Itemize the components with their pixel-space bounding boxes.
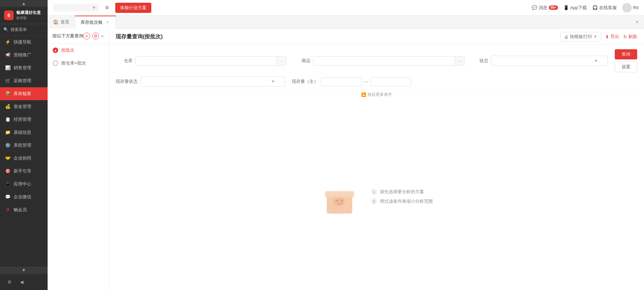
sidebar-item-app-center[interactable]: 📱 应用中心 xyxy=(0,178,48,191)
sidebar-item-sales[interactable]: 📊 销售管理 xyxy=(0,61,48,74)
sidebar-header: 6 畅康通好生意 标准版 xyxy=(0,7,48,24)
warehouse-more-btn[interactable]: ··· xyxy=(277,57,286,65)
status-field: 状态 ▼ xyxy=(471,56,608,66)
tab-inventory-batch[interactable]: 库存批次账 × xyxy=(75,16,116,29)
company-name: 畅康通好生意 xyxy=(16,10,41,16)
hint-number-1: 1 xyxy=(371,189,377,195)
status-arrow-icon: ▼ xyxy=(594,58,598,63)
user-profile[interactable]: Rit xyxy=(622,3,639,13)
sidebar-item-inventory[interactable]: 📦 库存核算 xyxy=(0,87,48,100)
topbar-right: 💬 消息 99+ 📱 App下载 🎧 在线客服 Rit xyxy=(532,3,639,13)
filter-panel: 按以下方案查询 + ⚙ « ● 按批次 按仓库+批次 xyxy=(48,29,109,290)
export-icon: ⬆ xyxy=(605,34,609,39)
filter-settings-btn[interactable]: ⚙ xyxy=(92,33,99,39)
new-guide-icon: 🎯 xyxy=(5,168,11,174)
service-icon: 🎧 xyxy=(592,5,598,10)
refresh-icon: ↻ xyxy=(623,34,627,39)
sidebar-scroll-down[interactable]: ▼ xyxy=(0,267,48,273)
topbar-search-input[interactable] xyxy=(56,5,90,10)
collapse-more-label: 收起更多条件 xyxy=(368,92,392,97)
filter-add-btn[interactable]: + xyxy=(83,33,90,39)
sidebar-search[interactable]: 🔍 搜索菜单 xyxy=(0,24,48,36)
empty-hint-1: 1 请先选择要分析的方案 xyxy=(371,189,433,195)
print-dropdown-icon[interactable]: ▼ xyxy=(593,34,597,39)
online-service-btn[interactable]: 🎧 在线客服 xyxy=(592,5,617,11)
stock-amount-label: 现存量（主） xyxy=(292,78,318,85)
tab-active-label: 库存批次账 xyxy=(81,19,103,25)
sidebar-item-enterprise[interactable]: 🤝 企业协同 xyxy=(0,152,48,165)
sidebar-scroll-up[interactable]: ▲ xyxy=(0,0,48,7)
empty-hints: 1 请先选择要分析的方案 2 用过滤条件来缩小分析范围 xyxy=(371,189,433,204)
enterprise-icon: 🤝 xyxy=(5,155,11,161)
product-more-btn[interactable]: ··· xyxy=(455,57,464,65)
sidebar: ▲ 6 畅康通好生意 标准版 🔍 搜索菜单 ⚡ 快捷导航 📢 营销推广 📊 销售… xyxy=(0,0,48,290)
user-name: Rit xyxy=(633,5,639,10)
settings-btn[interactable]: 设置 xyxy=(615,61,637,72)
product-input[interactable] xyxy=(313,57,455,65)
sidebar-item-enterprise-wechat[interactable]: 💬 企业微信 xyxy=(0,191,48,203)
export-btn[interactable]: ⬆ 导出 xyxy=(605,34,619,40)
warehouse-label: 仓库 xyxy=(116,58,133,64)
tab-bar-close-btn[interactable]: × xyxy=(633,18,641,26)
page-content: 按以下方案查询 + ⚙ « ● 按批次 按仓库+批次 xyxy=(48,29,644,290)
filter-item-by-warehouse-batch-label: 按仓库+批次 xyxy=(61,60,86,66)
sidebar-item-system[interactable]: ⚙️ 系统管理 xyxy=(0,139,48,152)
app-center-icon: 📱 xyxy=(5,181,11,187)
filter-item-by-batch-label: 按批次 xyxy=(61,47,74,53)
topbar-input-group: ▼ xyxy=(53,4,99,12)
settings-footer-btn[interactable]: ⚙ xyxy=(5,277,14,287)
filter-header-actions: + ⚙ « xyxy=(83,33,104,39)
warehouse-field: 仓库 ··· xyxy=(116,56,287,66)
stock-status-arrow-icon: ▼ xyxy=(271,79,275,84)
query-btn[interactable]: 查询 xyxy=(615,49,637,59)
status-select[interactable]: ▼ xyxy=(491,56,608,66)
sidebar-item-operations[interactable]: 📋 经营管理 xyxy=(0,113,48,126)
sidebar-item-quick-nav[interactable]: ⚡ 快捷导航 xyxy=(0,36,48,49)
svg-point-3 xyxy=(336,200,338,202)
page-header-actions: 🖨 按模板打印 ▼ ⬆ 导出 ↻ 刷新 xyxy=(560,32,637,41)
page-title: 现存量查询(按批次) xyxy=(116,33,163,40)
sidebar-item-purchase[interactable]: 🛒 采购管理 xyxy=(0,74,48,87)
filter-item-by-batch[interactable]: ● 按批次 xyxy=(48,44,108,57)
topbar-gear-btn[interactable]: ⚙ xyxy=(102,3,112,13)
messages-btn[interactable]: 💬 消息 99+ xyxy=(532,5,558,11)
messages-label: 消息 xyxy=(539,5,547,11)
refresh-btn[interactable]: ↻ 刷新 xyxy=(623,34,637,40)
marketing-label: 营销推广 xyxy=(14,52,31,58)
experience-btn[interactable]: 体验行业方案 xyxy=(115,3,151,13)
warehouse-input[interactable] xyxy=(136,57,277,65)
collapse-sidebar-btn[interactable]: ◀ xyxy=(17,277,27,287)
operations-icon: 📋 xyxy=(5,116,11,123)
app-download-btn[interactable]: 📱 App下载 xyxy=(563,5,587,11)
status-select-wrapper: ▼ xyxy=(491,56,608,66)
empty-state: 1 请先选择要分析的方案 2 用过滤条件来缩小分析范围 xyxy=(109,103,644,290)
search-icon: 🔍 xyxy=(3,27,9,32)
tab-close-btn[interactable]: × xyxy=(105,20,110,25)
stock-amount-from[interactable] xyxy=(321,77,362,86)
sidebar-item-vip[interactable]: V 畅会员 xyxy=(0,203,48,216)
hint-number-2: 2 xyxy=(371,198,377,204)
vip-label: 畅会员 xyxy=(14,207,27,213)
topbar-dropdown-icon[interactable]: ▼ xyxy=(92,5,96,10)
avatar xyxy=(622,3,632,13)
tab-home[interactable]: 🏠 首页 xyxy=(48,16,75,29)
print-btn[interactable]: 🖨 按模板打印 ▼ xyxy=(560,32,601,41)
sidebar-item-marketing[interactable]: 📢 营销推广 xyxy=(0,49,48,61)
stock-amount-range: — xyxy=(321,77,411,86)
collapse-more-btn[interactable]: 🔼 收起更多条件 xyxy=(116,89,637,99)
enterprise-label: 企业协同 xyxy=(14,155,31,161)
sidebar-item-finance[interactable]: 💰 资金管理 xyxy=(0,100,48,113)
filter-item-by-warehouse-batch[interactable]: 按仓库+批次 xyxy=(48,57,108,70)
search-row-2: 现存量状态 ▼ 现存量（主） — xyxy=(116,76,637,87)
message-icon: 💬 xyxy=(532,5,537,10)
sidebar-item-new-guide[interactable]: 🎯 新手引导 xyxy=(0,165,48,178)
filter-collapse-btn[interactable]: « xyxy=(101,33,104,39)
sidebar-item-basic-info[interactable]: 📁 基础信息 xyxy=(0,126,48,139)
vip-icon: V xyxy=(5,207,11,213)
stock-amount-to[interactable] xyxy=(370,77,411,86)
purchase-icon: 🛒 xyxy=(5,78,11,84)
search-form: 仓库 ··· 商品 ··· xyxy=(109,44,644,103)
operations-label: 经营管理 xyxy=(14,116,31,123)
refresh-label: 刷新 xyxy=(628,34,637,40)
stock-status-select[interactable]: ▼ xyxy=(140,76,285,87)
